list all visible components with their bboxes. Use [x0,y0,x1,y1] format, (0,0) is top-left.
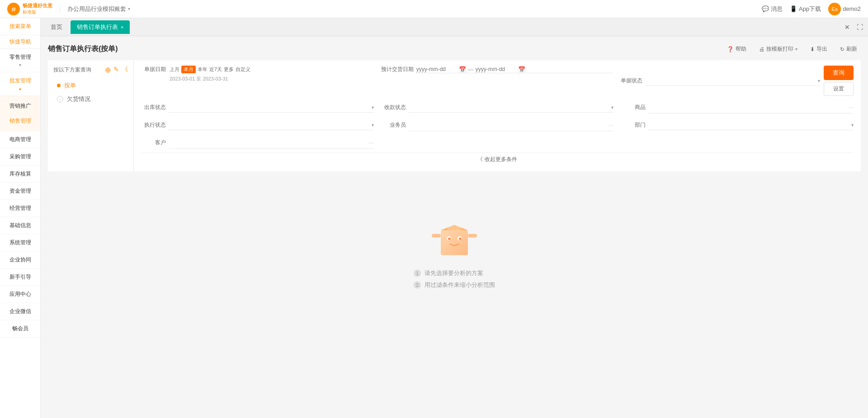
refresh-button[interactable]: ↻ 刷新 [836,43,861,55]
date-tab-last-month[interactable]: 上月 [170,66,179,73]
close-window-icon[interactable]: ✕ [843,23,852,32]
tab-bar: 首页 销售订单执行表 × ✕ ⛶ [41,18,868,36]
messages-button[interactable]: 💬 消息 [762,5,783,13]
sidebar-item-finance[interactable]: 资金管理 [0,183,40,200]
sidebar: 搜索菜单 快捷导航 零售管理 ▾ 批发管理 ▴ 营销推广 销售管理 电商管理 采… [0,18,41,418]
sidebar-item-retail[interactable]: 零售管理 ▾ [0,49,40,72]
empty-tip-2: 2 用过滤条件来缩小分析范围 [414,281,495,289]
customer-input[interactable]: ··· [169,137,374,149]
tab-sales-order[interactable]: 销售订单执行表 × [71,20,130,34]
goods-input[interactable]: ··· [648,101,854,114]
salesman-input[interactable]: ··· [409,119,614,131]
sidebar-item-label: 应用中心 [9,290,31,298]
order-status-select[interactable]: ▾ [645,76,820,86]
calendar-end-icon[interactable]: 📅 [518,66,525,73]
svg-rect-2 [441,230,468,255]
sidebar-item-label: 企业协同 [9,256,31,264]
sidebar-item-operation[interactable]: 经营管理 [0,200,40,217]
tab-close-icon[interactable]: × [121,24,123,30]
setting-button[interactable]: 设置 [824,82,854,96]
calendar-start-icon[interactable]: 📅 [459,66,466,73]
expected-date-end-input[interactable] [476,66,516,72]
scheme-panel: 按以下方案查询 ⊕ ✎ 《 按单 [48,60,134,171]
chevron-down-icon: ▾ [19,62,21,67]
collect-status-select[interactable]: ▾ [409,103,614,113]
out-status-dropdown-icon: ▾ [372,105,374,110]
goods-more-icon[interactable]: ··· [848,104,854,111]
help-icon: ❓ [727,46,734,52]
chevron-up-icon: ▴ [19,86,21,91]
date-label: 单据日期 [141,66,166,73]
sidebar-item-sales[interactable]: 销售管理 [0,114,40,128]
print-button[interactable]: 🖨 按模板打印 ▾ [755,43,801,55]
sidebar-item-system[interactable]: 系统管理 [0,234,40,252]
export-button[interactable]: ⬇ 导出 [807,43,831,55]
sidebar-item-label: 系统管理 [9,239,31,247]
sidebar-item-purchase[interactable]: 采购管理 [0,148,40,166]
salesman-field: 业务员 ··· [381,119,614,131]
refresh-icon: ↻ [840,46,844,52]
collapse-button[interactable]: 《 收起更多条件 [141,152,854,166]
sidebar-item-basic[interactable]: 基础信息 [0,217,40,234]
date-tab-more[interactable]: 更多 [224,66,234,73]
edit-scheme-icon[interactable]: ✎ [113,66,119,74]
date-tab-this-year[interactable]: 本年 [198,66,208,73]
sidebar-search[interactable]: 搜索菜单 [0,18,40,35]
sidebar-item-label: 批发管理 [9,77,31,85]
sidebar-item-label: 电商管理 [9,136,31,143]
filter-form: 单据日期 上月 本月 本年 近7天 更多 自定义 [134,60,861,171]
out-status-select[interactable]: ▾ [169,103,374,113]
filter-inner: 按以下方案查询 ⊕ ✎ 《 按单 [48,60,861,171]
sidebar-item-enterprise[interactable]: 企业协同 [0,252,40,269]
order-status-dropdown-icon: ▾ [818,78,820,83]
date-tab-custom[interactable]: 自定义 [236,66,250,73]
sidebar-item-wholesale[interactable]: 批发管理 ▴ [0,72,40,96]
expected-date-start-input[interactable] [416,66,457,72]
sidebar-item-label: 畅会员 [12,325,28,332]
tab-home[interactable]: 首页 [44,20,69,34]
scheme-label: 按以下方案查询 [53,66,91,74]
sidebar-item-inventory[interactable]: 库存核算 [0,166,40,183]
phone-icon: 📱 [790,5,797,12]
dept-select[interactable]: ▾ [648,120,854,130]
help-button[interactable]: ❓ 帮助 [723,43,750,55]
order-status-field: 单据状态 ▾ [621,76,820,86]
collapse-scheme-icon[interactable]: 《 [122,66,128,74]
scheme-item-label: 按单 [64,81,76,90]
action-buttons: 查询 设置 [824,66,854,96]
sidebar-item-wechat[interactable]: 企业微信 [0,303,40,320]
sidebar-item-member[interactable]: 畅会员 [0,320,40,337]
scheme-item-owed[interactable]: ○ 欠货情况 [57,92,128,106]
sidebar-item-apps[interactable]: 应用中心 [0,286,40,303]
sidebar-item-marketing[interactable]: 营销推广 [0,99,40,114]
page-actions: ❓ 帮助 🖨 按模板打印 ▾ ⬇ 导出 ↻ 刷新 [723,43,861,55]
maximize-icon[interactable]: ⛶ [855,23,864,32]
add-scheme-icon[interactable]: ⊕ [105,66,111,74]
date-tab-this-month[interactable]: 本月 [181,66,196,73]
date-tab-7days[interactable]: 近7天 [209,66,222,73]
page-header: 销售订单执行表(按单) ❓ 帮助 🖨 按模板打印 ▾ ⬇ 导出 [48,43,861,55]
topbar-dropdown-icon[interactable]: ▾ [128,6,130,11]
topbar: 好 畅捷通好生意 标准版 办公用品行业模拟账套 ▾ 💬 消息 📱 App下载 E… [0,0,868,18]
sidebar-nav[interactable]: 快捷导航 [0,35,40,49]
expected-date-field: 预计交货日期 📅 — 📅 [381,66,614,73]
logo-area: 好 畅捷通好生意 标准版 [7,2,52,15]
exec-status-select[interactable]: ▾ [169,120,374,130]
logo-icon: 好 [7,3,20,15]
print-dropdown-icon: ▾ [795,47,797,52]
sidebar-item-label: 零售管理 [9,53,31,61]
sidebar-item-ecommerce[interactable]: 电商管理 [0,131,40,148]
empty-tips: 1 请先选择要分析的方案 2 用过滤条件来缩小分析范围 [414,269,495,289]
date-range-separator: — [468,66,474,73]
date-label-row: 单据日期 上月 本月 本年 近7天 更多 自定义 [141,66,374,73]
query-button[interactable]: 查询 [824,66,854,80]
user-menu[interactable]: Ea demo2 [828,3,861,15]
customer-more-icon[interactable]: ··· [368,139,374,146]
empty-tip-1: 1 请先选择要分析的方案 [414,269,495,277]
topbar-right: 💬 消息 📱 App下载 Ea demo2 [762,3,861,15]
sidebar-item-newbie[interactable]: 新手引导 [0,269,40,286]
salesman-more-icon[interactable]: ··· [609,121,614,128]
app-download-button[interactable]: 📱 App下载 [790,5,821,13]
scheme-item-by-order[interactable]: 按单 [57,79,128,92]
svg-rect-7 [432,234,441,238]
